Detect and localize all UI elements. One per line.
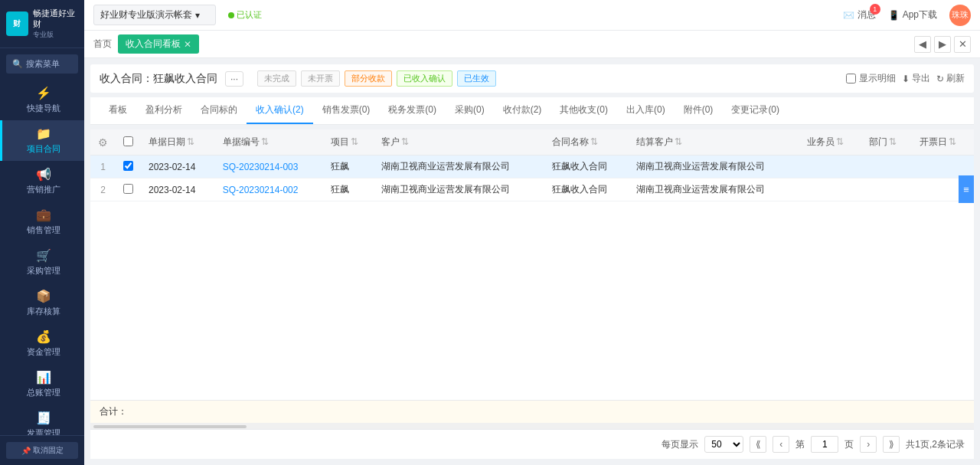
- sidebar-item-7[interactable]: 💰资金管理: [0, 323, 84, 364]
- row-code-1: SQ-20230214-002: [215, 178, 323, 201]
- sidebar-nav: ⚡快捷导航📁项目合同📢营销推广💼销售管理🛒采购管理📦库存核算💰资金管理📊总账管理…: [0, 80, 84, 435]
- tab-0[interactable]: 看板: [100, 97, 136, 124]
- status-tags: 未完成未开票部分收款已收入确认已生效: [257, 70, 496, 87]
- row-customer-0: 湖南卫视商业运营发展有限公司: [374, 156, 544, 178]
- tab-11[interactable]: 变更记录(0): [722, 97, 789, 124]
- last-page-button[interactable]: ⟫: [883, 436, 900, 453]
- nav-label-8: 总账管理: [27, 387, 60, 398]
- dept-column-header: 部门⇅: [861, 129, 913, 156]
- status-tag-1[interactable]: 未开票: [301, 70, 340, 87]
- row-code-link-1[interactable]: SQ-20230214-002: [223, 185, 299, 195]
- refresh-button[interactable]: ↻ 刷新: [936, 72, 965, 85]
- prev-page-button[interactable]: ‹: [773, 436, 789, 453]
- table-row: 1 2023-02-14 SQ-20230214-003 狂飙 湖南卫视商业运营…: [90, 156, 974, 178]
- page-input[interactable]: [811, 436, 838, 453]
- settings-header: ⚙: [90, 129, 116, 156]
- tab-4[interactable]: 销售发票(0): [313, 97, 380, 124]
- row-dept-0: [861, 156, 913, 178]
- contract-tab-pill[interactable]: 收入合同看板 ✕: [118, 34, 199, 54]
- cert-badge: 已认证: [228, 9, 262, 21]
- contract-title: 收入合同：狂飙收入合同: [100, 72, 217, 86]
- nav-label-2: 项目合同: [27, 143, 60, 155]
- first-page-button[interactable]: ⟪: [750, 436, 766, 453]
- home-link[interactable]: 首页: [93, 38, 112, 51]
- logo-sub: 专业版: [33, 30, 78, 40]
- sidebar-item-1[interactable]: ⚡快捷导航: [0, 80, 84, 120]
- row-settings-0: 1: [90, 156, 116, 178]
- right-action-bar: ≡: [959, 175, 974, 203]
- export-button[interactable]: ⬇ 导出: [902, 72, 930, 85]
- contract-header: 收入合同：狂飙收入合同 ··· 未完成未开票部分收款已收入确认已生效 显示明细 …: [90, 64, 974, 93]
- close-tab-icon[interactable]: ✕: [184, 39, 191, 50]
- select-all-checkbox[interactable]: [123, 136, 133, 146]
- nav-label-4: 销售管理: [27, 224, 60, 236]
- sidebar: 财 畅捷通好业财 专业版 🔍 搜索菜单 ⚡快捷导航📁项目合同📢营销推广💼销售管理…: [0, 0, 84, 465]
- close-button[interactable]: ✕: [954, 36, 971, 53]
- sidebar-item-6[interactable]: 📦库存核算: [0, 283, 84, 323]
- next-page-button[interactable]: ›: [860, 436, 877, 453]
- sidebar-item-4[interactable]: 💼销售管理: [0, 201, 84, 242]
- prev-arrow-button[interactable]: ◀: [914, 36, 931, 53]
- content: 收入合同：狂飙收入合同 ··· 未完成未开票部分收款已收入确认已生效 显示明细 …: [84, 58, 980, 465]
- status-tag-3[interactable]: 已收入确认: [397, 70, 452, 87]
- tab-7[interactable]: 收付款(2): [494, 97, 551, 124]
- sidebar-item-5[interactable]: 🛒采购管理: [0, 242, 84, 283]
- topbar-right: ✉️ 消息 1 📱 App下载 珠珠: [843, 5, 971, 26]
- row-checkbox-cell-0: [116, 156, 141, 178]
- scroll-bar-area[interactable]: [90, 423, 974, 429]
- scroll-thumb[interactable]: [93, 425, 247, 428]
- table-wrapper[interactable]: ⚙ 单据日期⇅ 单据编号⇅ 项目⇅ 客户⇅ 合同名称⇅ 结算客户⇅: [90, 129, 974, 400]
- nav-icon-5: 🛒: [36, 248, 51, 263]
- nav-label-7: 资金管理: [27, 346, 60, 358]
- search-menu-button[interactable]: 🔍 搜索菜单: [6, 54, 78, 74]
- page-size-select[interactable]: 20 50 100 200: [704, 436, 743, 453]
- more-button[interactable]: ···: [225, 71, 243, 87]
- export-icon: ⬇: [902, 74, 910, 84]
- company-name: 好业财专业版演示帐套: [100, 8, 192, 21]
- status-tag-2[interactable]: 部分收款: [345, 70, 392, 87]
- show-detail-checkbox[interactable]: [846, 74, 856, 84]
- row-checkbox-cell-1: [116, 178, 141, 201]
- nav-icon-4: 💼: [36, 208, 51, 222]
- table-container: ⚙ 单据日期⇅ 单据编号⇅ 项目⇅ 客户⇅ 合同名称⇅ 结算客户⇅: [90, 129, 974, 459]
- date-column-header: 单据日期⇅: [141, 129, 215, 156]
- code-column-header: 单据编号⇅: [215, 129, 323, 156]
- data-table: ⚙ 单据日期⇅ 单据编号⇅ 项目⇅ 客户⇅ 合同名称⇅ 结算客户⇅: [90, 129, 974, 201]
- row-checkbox-0[interactable]: [123, 161, 133, 171]
- sidebar-item-8[interactable]: 📊总账管理: [0, 364, 84, 404]
- row-checkbox-1[interactable]: [123, 184, 133, 194]
- next-arrow-button[interactable]: ▶: [934, 36, 951, 53]
- tab-8[interactable]: 其他收支(0): [550, 97, 617, 124]
- tab-1[interactable]: 盈利分析: [136, 97, 191, 124]
- sidebar-search-area: 🔍 搜索菜单: [0, 48, 84, 80]
- mobile-icon: 📱: [888, 10, 900, 21]
- show-detail-toggle[interactable]: 显示明细: [846, 72, 896, 85]
- nav-label-1: 快捷导航: [27, 103, 60, 114]
- tab-9[interactable]: 出入库(0): [617, 97, 675, 124]
- right-action-icon[interactable]: ≡: [959, 175, 974, 203]
- tab-6[interactable]: 采购(0): [446, 97, 494, 124]
- row-project-1: 狂飙: [323, 178, 374, 201]
- row-salesperson-0: [799, 156, 861, 178]
- app-download-button[interactable]: 📱 App下载: [888, 8, 937, 21]
- sidebar-item-9[interactable]: 🧾发票管理: [0, 404, 84, 435]
- status-tag-0[interactable]: 未完成: [257, 70, 296, 87]
- sidebar-item-2[interactable]: 📁项目合同: [0, 120, 84, 161]
- customer-column-header: 客户⇅: [374, 129, 544, 156]
- sidebar-item-3[interactable]: 📢营销推广: [0, 161, 84, 201]
- tab-3[interactable]: 收入确认(2): [247, 97, 313, 124]
- nav-icon-2: 📁: [36, 126, 51, 141]
- pagination: 每页显示 20 50 100 200 ⟪ ‹ 第 页 › ⟫ 共1页,2条记录: [90, 429, 974, 459]
- nav-icon-7: 💰: [36, 329, 51, 344]
- status-tag-4[interactable]: 已生效: [457, 70, 496, 87]
- tab-10[interactable]: 附件(0): [675, 97, 723, 124]
- company-selector[interactable]: 好业财专业版演示帐套 ▾: [93, 5, 216, 25]
- user-avatar-button[interactable]: 珠珠: [949, 5, 971, 26]
- row-code-link-0[interactable]: SQ-20230214-003: [223, 162, 299, 172]
- tab-5[interactable]: 税务发票(0): [379, 97, 446, 124]
- gear-icon[interactable]: ⚙: [98, 136, 108, 149]
- unfix-button[interactable]: 📌 取消固定: [6, 442, 78, 459]
- message-button[interactable]: ✉️ 消息 1: [843, 8, 876, 21]
- message-badge: 1: [870, 4, 880, 15]
- tab-2[interactable]: 合同标的: [191, 97, 247, 124]
